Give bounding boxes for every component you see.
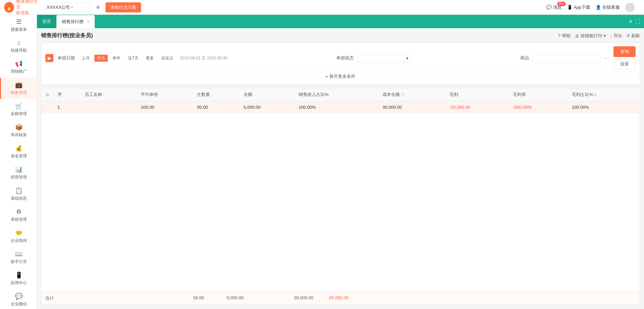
sidebar-item-purchase[interactable]: 🛒 采购管理 bbox=[0, 99, 37, 120]
settings-icon[interactable]: ⚙ bbox=[93, 3, 103, 12]
sidebar-item-corp-collab[interactable]: 🤝 企业协同 bbox=[0, 226, 37, 247]
operations-icon: 📊 bbox=[15, 166, 23, 173]
tab-close-icon[interactable]: × bbox=[87, 19, 89, 24]
cell-avg-price: 100.00 bbox=[137, 101, 193, 113]
logo-icon: 🔥 bbox=[4, 2, 14, 13]
refresh-icon: ↺ bbox=[626, 33, 630, 38]
sidebar-item-label: 新手引导 bbox=[11, 259, 27, 265]
refresh-label: 刷新 bbox=[631, 33, 640, 39]
top-bar: 🔥 畅康通好生意 标准版 XXXXX公司 ▾ ⚙ 体验行业方案 💬 消息 99+… bbox=[0, 0, 644, 15]
th-gross-pct: 毛利占比% § bbox=[568, 88, 640, 101]
this-year-button[interactable]: 本年 bbox=[110, 55, 123, 62]
footer-cost: 30,000.00 bbox=[294, 295, 321, 301]
sidebar-item-label: 企业协同 bbox=[11, 238, 27, 244]
th-amount: 全额 bbox=[240, 88, 295, 101]
avatar[interactable] bbox=[625, 3, 635, 12]
company-name: XXXXX公司 bbox=[47, 4, 70, 10]
sidebar-item-basic-info[interactable]: 📋 基础信息 bbox=[0, 184, 37, 205]
app-center-icon: 📱 bbox=[15, 271, 23, 279]
message-icon: 💬 bbox=[546, 5, 552, 10]
app-download-button[interactable]: 📱 App下载 bbox=[567, 4, 590, 10]
sidebar-item-app-center[interactable]: 📱 应用中心 bbox=[0, 268, 37, 289]
sidebar-item-quick-nav[interactable]: ⌂ 快捷导航 bbox=[0, 36, 37, 57]
sidebar-item-label: 基础信息 bbox=[11, 196, 27, 201]
sidebar-item-label: 搜索菜单 bbox=[11, 27, 27, 33]
page-content: 销售排行榜(按业务员) ? 帮助 🖨 按模板打印 ▾ ↓ 导出 bbox=[37, 28, 644, 309]
sidebar-item-label: 销售管理 bbox=[11, 90, 27, 96]
cell-name bbox=[81, 101, 137, 113]
footer-label: 合计 bbox=[45, 295, 72, 301]
sidebar-item-label: 营销推广 bbox=[11, 69, 27, 74]
message-button[interactable]: 💬 消息 99+ bbox=[546, 4, 562, 10]
footer-gross: -25,000.00 bbox=[328, 295, 354, 301]
sidebar-item-label: 库存核算 bbox=[11, 132, 27, 138]
this-month-button[interactable]: 本月 bbox=[94, 55, 108, 62]
last-month-button[interactable]: 上月 bbox=[79, 55, 92, 62]
settings-button[interactable]: 设置 bbox=[613, 58, 636, 70]
online-service-button[interactable]: 👤 在线客服 bbox=[596, 4, 620, 10]
marketing-icon: 📢 bbox=[15, 60, 23, 67]
expand-down-icon: ▾ bbox=[326, 74, 328, 79]
export-button[interactable]: ↓ 导出 bbox=[610, 33, 622, 39]
tab-home[interactable]: 首页 bbox=[37, 15, 56, 28]
export-label: 导出 bbox=[613, 33, 622, 39]
sidebar-item-guide[interactable]: 📖 新手引导 bbox=[0, 247, 37, 268]
status-select[interactable]: ▾ bbox=[358, 54, 412, 62]
goods-filter-label: 商品 bbox=[520, 55, 529, 61]
logo-area: 🔥 畅康通好生意 标准版 bbox=[4, 0, 41, 16]
print-button[interactable]: 🖨 按模板打印 ▾ bbox=[575, 33, 606, 39]
sidebar-item-finance[interactable]: 💰 资金管理 bbox=[0, 141, 37, 162]
cell-cost: 30,000.00 bbox=[378, 101, 445, 113]
th-avg-price: 平均单价 bbox=[137, 88, 193, 101]
status-chevron-icon: ▾ bbox=[406, 56, 409, 61]
sidebar-item-label: 经营管理 bbox=[11, 174, 27, 180]
basic-info-icon: 📋 bbox=[15, 187, 23, 194]
content-area: 首页 销售排行榜 × ✕ ⛶ 销售排行榜(按业务员) ? 帮助 bbox=[37, 15, 644, 309]
finance-icon: 💰 bbox=[15, 145, 23, 152]
sales-icon: 💼 bbox=[15, 81, 23, 89]
goods-more-icon[interactable]: ··· bbox=[604, 55, 609, 61]
sidebar-item-sys-mgmt[interactable]: ⚙ 系统管理 bbox=[0, 205, 37, 226]
refresh-button[interactable]: ↺ 刷新 bbox=[626, 33, 640, 39]
query-button[interactable]: 查询 bbox=[613, 46, 636, 57]
sidebar-item-label: 采购管理 bbox=[11, 111, 27, 117]
sidebar-item-marketing[interactable]: 📢 营销推广 bbox=[0, 57, 37, 78]
tab-close-window-icon[interactable]: ✕ bbox=[629, 19, 633, 24]
tab-sales-rank[interactable]: 销售排行榜 × bbox=[56, 15, 95, 29]
purchase-icon: 🛒 bbox=[15, 102, 23, 110]
sidebar-item-corp-wechat[interactable]: 💬 企业微信 bbox=[0, 289, 37, 309]
company-selector[interactable]: XXXXX公司 ▾ bbox=[44, 3, 91, 12]
custom-date-button[interactable]: 自定义 bbox=[159, 55, 176, 62]
sidebar-item-sales[interactable]: 💼 销售管理 bbox=[0, 78, 37, 99]
cell-amount: 5,000.00 bbox=[240, 101, 295, 113]
sidebar-item-search[interactable]: ☰ 搜索菜单 bbox=[0, 15, 37, 36]
table-wrapper: ⚙ 序 员工名称 平均单价 主数量 全额 销售收入占比% 成本全额 ⓘ 毛利 毛… bbox=[41, 88, 640, 292]
tab-maximize-icon[interactable]: ⛶ bbox=[635, 19, 640, 24]
cell-qty: 50.00 bbox=[193, 101, 239, 113]
filter-toggle-button[interactable]: ▶ bbox=[45, 54, 53, 62]
help-icon: ? bbox=[558, 33, 560, 38]
home-icon: ⌂ bbox=[17, 39, 21, 46]
sidebar-item-label: 资金管理 bbox=[11, 153, 27, 159]
goods-input[interactable] bbox=[533, 54, 600, 62]
table-section: ⚙ 序 员工名称 平均单价 主数量 全额 销售收入占比% 成本全额 ⓘ 毛利 毛… bbox=[41, 88, 640, 305]
cell-rank: 1 bbox=[53, 101, 81, 113]
sidebar-item-operations[interactable]: 📊 经营管理 bbox=[0, 162, 37, 184]
export-icon: ↓ bbox=[610, 33, 612, 38]
tab-home-label: 首页 bbox=[42, 18, 51, 24]
table-row: 1 100.00 50.00 5,000.00 100.00% 30,000.0… bbox=[41, 101, 640, 113]
cell-gross-rate: -500.00% bbox=[509, 101, 568, 113]
app-icon: 📱 bbox=[567, 5, 572, 10]
help-label: 帮助 bbox=[562, 33, 571, 39]
help-button[interactable]: ? 帮助 bbox=[558, 33, 570, 39]
sidebar-item-label: 系统管理 bbox=[11, 217, 27, 222]
last7-button[interactable]: 近7天 bbox=[125, 55, 141, 62]
date-shortcuts: 上月 本月 本年 近7天 更多 自定义 bbox=[79, 55, 176, 62]
expand-more-button[interactable]: ▾ 展开更多条件 bbox=[45, 72, 636, 81]
sidebar-item-inventory[interactable]: 📦 库存核算 bbox=[0, 120, 37, 141]
trial-button[interactable]: 体验行业方案 bbox=[105, 2, 141, 12]
cell-gross-pct: 100.00% bbox=[568, 101, 640, 113]
more-date-button[interactable]: 更多 bbox=[143, 55, 157, 62]
th-settings[interactable]: ⚙ bbox=[41, 88, 53, 101]
cost-info-icon: ⓘ bbox=[401, 93, 405, 97]
